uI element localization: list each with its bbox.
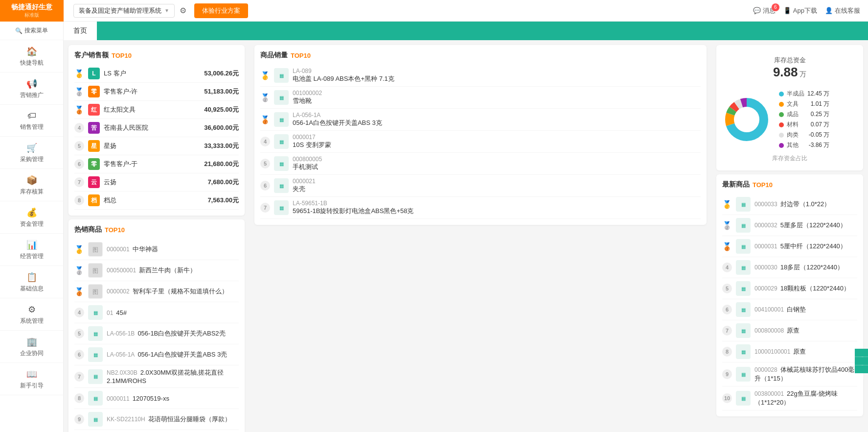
rank-item: 8档档总7,563.00元	[74, 192, 239, 210]
product-sales-card: 商品销量 TOP10 🥇▦LA-089电池盖 LA-089 ABS本色+黑种 7…	[254, 45, 707, 225]
inventory-icon: 📦	[26, 175, 37, 186]
inventory-legend: 半成品 12.45 万 文具 1.01 万 成品 0	[779, 90, 829, 149]
message-icon: 💬	[753, 7, 761, 14]
sidebar-label-search: 搜索菜单	[24, 26, 48, 35]
sidebar-item-sales[interactable]: 🏷 销售管理	[0, 105, 63, 137]
new-prod-item: 🥉▦00000315厘中纤（1220*2440）	[722, 236, 857, 257]
new-prod-item: 🥈▦00000325厘多层（1220*2440）	[722, 215, 857, 236]
nav-tabs: 首页	[64, 22, 868, 40]
col-right: 库存总资金 9.88 万	[711, 40, 868, 432]
sidebar-label-inventory: 库存核算	[20, 188, 44, 196]
sidebar: 🔍 搜索菜单 🏠 快捷导航 📢 营销推广 🏷 销售管理 🛒 采购管理 📦 库存核…	[0, 22, 64, 432]
legend-item-finished: 成品 0.25 万	[779, 110, 829, 119]
topbar-center: 装备及固定资产辅助管理系统 ▼ ⚙ 体验行业方案	[64, 3, 753, 18]
legend-item-stationery: 文具 1.01 万	[779, 100, 829, 108]
svg-text:图: 图	[92, 288, 98, 295]
search-icon: 🔍	[15, 27, 23, 34]
donut-container: 半成品 12.45 万 文具 1.01 万 成品 0	[722, 85, 857, 154]
topbar: 畅捷通好生意 标准版 装备及固定资产辅助管理系统 ▼ ⚙ 体验行业方案 💬 消息…	[0, 0, 868, 22]
hot-prod-item: 7▦NB2.0X30B2.0X30MM双搓花轴,搓花直径2.1MM/ROHS	[74, 365, 239, 388]
sales-icon: 🏷	[27, 111, 36, 121]
hot-prod-item: 🥉图0000002智利车子里（规格不知道填什么）	[74, 281, 239, 302]
online-label: 在线客服	[835, 6, 860, 15]
sidebar-label-nav: 快捷导航	[20, 59, 44, 67]
sidebar-item-inventory[interactable]: 📦 库存核算	[0, 169, 63, 201]
prod-item: 5▦000800005手机测试	[260, 153, 701, 175]
sidebar-item-nav[interactable]: 🏠 快捷导航	[0, 40, 63, 72]
online-service-item[interactable]: 👤 在线客服	[825, 6, 860, 15]
float-btn-service[interactable]: 客服热线	[855, 349, 868, 357]
system-selector[interactable]: 装备及固定资产辅助管理系统 ▼	[73, 4, 175, 18]
legend-item-other: 其他 -3.86 万	[779, 141, 829, 149]
settings-button[interactable]: ⚙	[180, 6, 186, 15]
app-download-item[interactable]: 📱 App下载	[783, 6, 817, 15]
prod-item: 🥉▦LA-056-1A056-1A白色按键开关盖ABS 3克	[260, 109, 701, 131]
sidebar-item-guide[interactable]: 📖 新手引导	[0, 363, 63, 395]
col-mid: 商品销量 TOP10 🥇▦LA-089电池盖 LA-089 ABS本色+黑种 7…	[250, 40, 711, 432]
sidebar-item-search[interactable]: 🔍 搜索菜单	[0, 22, 63, 40]
system-icon: ⚙	[28, 304, 36, 315]
system-name: 装备及固定资产辅助管理系统	[79, 6, 161, 15]
purchase-icon: 🛒	[26, 143, 37, 153]
sidebar-label-operation: 经营管理	[20, 252, 44, 261]
new-prod-item: 4▦000003018多层（1220*2440）	[722, 257, 857, 278]
content: 首页 客户销售额 TOP10 🥇LLS 客户53,006.26元🥈零零售客户-许…	[64, 22, 868, 432]
sidebar-label-company: 企业协同	[20, 349, 44, 358]
product-sales-title: 商品销量 TOP10	[260, 51, 701, 60]
chevron-down-icon: ▼	[164, 8, 169, 13]
sidebar-item-basic[interactable]: 📋 基础信息	[0, 266, 63, 298]
sidebar-item-finance[interactable]: 💰 资金管理	[0, 201, 63, 234]
customer-list: 🥇LLS 客户53,006.26元🥈零零售客户-许51,183.00元🥉红红太阳…	[74, 65, 239, 210]
logo-sub: 标准版	[24, 12, 39, 19]
logo: 畅捷通好生意 标准版	[0, 0, 64, 22]
sidebar-label-marketing: 营销推广	[20, 91, 44, 99]
main-layout: 🔍 搜索菜单 🏠 快捷导航 📢 营销推广 🏷 销售管理 🛒 采购管理 📦 库存核…	[0, 22, 868, 432]
sidebar-item-system[interactable]: ⚙ 系统管理	[0, 298, 63, 331]
svg-point-12	[734, 107, 759, 132]
legend-item-semi: 半成品 12.45 万	[779, 90, 829, 98]
finance-icon: 💰	[26, 207, 37, 218]
hot-prod-item: 5▦LA-056-1B056-1B白色按键开关壳ABS2壳	[74, 323, 239, 344]
message-item[interactable]: 💬 消息 6	[753, 6, 776, 15]
marketing-icon: 📢	[26, 78, 37, 89]
float-btn-live[interactable]: 直播	[855, 365, 868, 373]
float-btn-community[interactable]: 服务社区	[855, 357, 868, 365]
sidebar-label-sales: 销售管理	[20, 123, 44, 131]
new-prod-item: 7▦000800008原查	[722, 320, 857, 341]
app-label: App下载	[793, 6, 817, 15]
service-icon: 👤	[825, 7, 833, 14]
col-left: 客户销售额 TOP10 🥇LLS 客户53,006.26元🥈零零售客户-许51,…	[64, 40, 250, 432]
prod-item: 🥇▦LA-089电池盖 LA-089 ABS本色+黑种 7.1克	[260, 65, 701, 87]
inventory-total: 库存总资金 9.88 万	[722, 51, 857, 85]
sidebar-item-purchase[interactable]: 🛒 采购管理	[0, 137, 63, 169]
sidebar-item-company[interactable]: 🏢 企业协同	[0, 331, 63, 363]
prod-item: 6▦0000021夹壳	[260, 175, 701, 197]
new-products-list: 🥇▦0000033封边带（1.0*22）🥈▦00000325厘多层（1220*2…	[722, 194, 857, 410]
sidebar-item-operation[interactable]: 📊 经营管理	[0, 234, 63, 266]
tab-home[interactable]: 首页	[64, 22, 97, 40]
sidebar-label-system: 系统管理	[20, 317, 44, 325]
sidebar-item-marketing[interactable]: 📢 营销推广	[0, 72, 63, 105]
legend-item-meat: 肉类 -0.05 万	[779, 131, 829, 139]
operation-icon: 📊	[26, 240, 37, 250]
new-prod-item: 9▦0000028体械茈核味苏打饮品400毫升（1*15）	[722, 362, 857, 386]
sidebar-label-purchase: 采购管理	[20, 155, 44, 164]
trial-button[interactable]: 体验行业方案	[194, 3, 248, 18]
rank-item: 🥉红红太阳文具40,925.00元	[74, 101, 239, 119]
prod-item: 7▦LA-59651-1B59651-1B旋转投影灯电池盒ABS黑色+58克	[260, 197, 701, 219]
hot-products-card: 热销商品 TOP10 🥇图0000001中华神器🥈图000500001新西兰牛肉…	[69, 219, 245, 432]
hot-prod-item: 6▦LA-056-1A056-1A白色按键开关盖ABS 3壳	[74, 344, 239, 365]
hot-prod-item: 8▦000001112070519-xs	[74, 388, 239, 409]
customer-top10-title: 客户销售额 TOP10	[74, 51, 239, 60]
guide-icon: 📖	[26, 369, 37, 380]
hot-prod-item: 🥇图0000001中华神器	[74, 239, 239, 260]
rank-item: 6零零售客户-于21,680.00元	[74, 155, 239, 173]
prod-item: 🥈▦001000002雪地靴	[260, 87, 701, 109]
rank-item: 5星星扬33,333.00元	[74, 137, 239, 155]
svg-text:图: 图	[92, 246, 98, 253]
inventory-label: 库存资金占比	[722, 154, 857, 165]
page-body: 客户销售额 TOP10 🥇LLS 客户53,006.26元🥈零零售客户-许51,…	[64, 40, 868, 432]
new-prod-item: 5▦000002918颗粒板（1220*2440）	[722, 278, 857, 299]
phone-icon: 📱	[783, 7, 791, 14]
legend-item-material: 材料 0.07 万	[779, 120, 829, 129]
